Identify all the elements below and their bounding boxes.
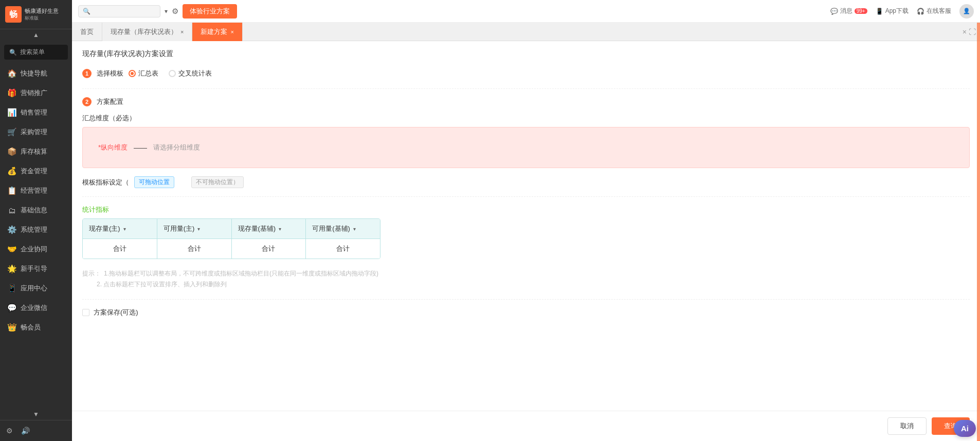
sidebar-item-finance[interactable]: 💰 资金管理 xyxy=(0,161,72,181)
tips-section: 提示： 1.拖动标题栏可以调整布局，不可跨维度或指标区域拖动栏目(只能在同一维度… xyxy=(82,269,970,289)
sidebar-item-guide[interactable]: 🌟 新手引导 xyxy=(0,259,72,279)
stats-col-1[interactable]: 可用量(主) ▾ xyxy=(157,219,232,238)
divider3 xyxy=(82,299,970,300)
col1-chevron-icon[interactable]: ▾ xyxy=(197,226,200,232)
divider1 xyxy=(82,88,970,89)
app-badge: 标准版 xyxy=(25,15,59,22)
sidebar-item-label: 营销推广 xyxy=(21,88,47,98)
stats-cell-3: 合计 xyxy=(306,239,380,259)
dimension-required-label: 汇总维度（必选） xyxy=(82,114,970,123)
tabs-bar: 首页 现存量（库存状况表） × 新建方案 × × ⛶ xyxy=(72,23,980,41)
sidebar-scroll-down[interactable]: ▼ xyxy=(0,409,72,420)
sidebar-item-system[interactable]: ⚙️ 系统管理 xyxy=(0,220,72,240)
section2-label: 方案配置 xyxy=(97,97,123,106)
topbar-search-box[interactable]: 🔍 xyxy=(78,5,160,17)
tab-inventory[interactable]: 现存量（库存状况表） × xyxy=(102,23,192,41)
purchase-icon: 🛒 xyxy=(7,127,16,137)
sidebar-item-inventory[interactable]: 📦 库存核算 xyxy=(0,142,72,161)
col3-chevron-icon[interactable]: ▾ xyxy=(353,226,356,232)
stats-col-0[interactable]: 现存量(主) ▾ xyxy=(83,219,157,238)
contract-icon: 🤝 xyxy=(7,245,16,254)
topbar-dropdown-icon[interactable]: ▾ xyxy=(165,8,168,15)
topbar-online-service[interactable]: 🎧 在线客服 xyxy=(917,7,951,15)
radio-summary[interactable]: 汇总表 xyxy=(129,69,158,78)
guide-icon: 🌟 xyxy=(7,264,16,273)
divider2 xyxy=(82,196,970,197)
quick-nav-icon: 🏠 xyxy=(7,69,16,78)
sidebar-scroll-up[interactable]: ▲ xyxy=(0,29,72,41)
stats-table-header: 现存量(主) ▾ 可用量(主) ▾ 现存量(基辅) ▾ 可用量(基辅) xyxy=(83,219,380,238)
topbar-message[interactable]: 💬 消息 99+ xyxy=(830,7,867,15)
phone-icon: 📱 xyxy=(876,8,883,15)
trial-button[interactable]: 体验行业方案 xyxy=(183,4,237,19)
sidebar-item-label: 企业协同 xyxy=(21,245,47,254)
tab-new-scheme-close[interactable]: × xyxy=(230,29,233,35)
sidebar-item-app-center[interactable]: 📱 应用中心 xyxy=(0,279,72,298)
save-option[interactable]: 方案保存(可选) xyxy=(82,308,970,317)
col2-chevron-icon[interactable]: ▾ xyxy=(279,226,281,232)
sidebar-item-quick-nav[interactable]: 🏠 快捷导航 xyxy=(0,64,72,83)
section-template: 1 选择模板 汇总表 交叉统计表 xyxy=(82,69,970,78)
tab-close-all-icon[interactable]: × xyxy=(963,28,967,36)
dimension-box[interactable]: *纵向维度 —— 请选择分组维度 xyxy=(82,127,970,168)
app-logo-icon: 畅 xyxy=(5,6,22,23)
ai-badge[interactable]: Ai xyxy=(954,420,976,437)
save-checkbox[interactable] xyxy=(82,309,89,316)
radio-summary-circle xyxy=(129,70,136,77)
section1-header: 1 选择模板 汇总表 交叉统计表 xyxy=(82,69,970,78)
sidebar-item-label: 基础信息 xyxy=(21,206,47,215)
sidebar-menu: 🔍 搜索菜单 🏠 快捷导航 🎁 营销推广 📊 销售管理 🛒 采购管理 📦 库存核… xyxy=(0,41,72,409)
tab-expand-icon[interactable]: ⛶ xyxy=(969,28,976,36)
sidebar-item-wechat[interactable]: 💬 企业微信 xyxy=(0,298,72,318)
sidebar-bottom: ⚙ 🔊 xyxy=(0,420,72,441)
topbar: 🔍 ▾ ⚙ 体验行业方案 💬 消息 99+ 📱 App下载 🎧 在线客服 👤 xyxy=(72,0,980,23)
sidebar-item-label: 库存核算 xyxy=(21,147,47,156)
marketing-icon: 🎁 xyxy=(7,88,16,98)
settings-icon[interactable]: ⚙ xyxy=(4,425,15,437)
search-icon: 🔍 xyxy=(9,49,17,56)
message-badge: 99+ xyxy=(855,8,867,14)
topbar-gear-icon[interactable]: ⚙ xyxy=(172,7,178,16)
radio-crosstab[interactable]: 交叉统计表 xyxy=(169,69,212,78)
app-name: 畅康通好生意 xyxy=(25,7,59,14)
topbar-search-icon: 🔍 xyxy=(83,8,90,15)
system-icon: ⚙️ xyxy=(7,225,16,234)
topbar-app-download[interactable]: 📱 App下载 xyxy=(876,7,909,15)
sidebar-item-label: 系统管理 xyxy=(21,225,47,234)
tab-new-scheme[interactable]: 新建方案 × xyxy=(192,23,242,41)
sidebar-item-basic[interactable]: 🗂 基础信息 xyxy=(0,200,72,220)
cancel-button[interactable]: 取消 xyxy=(887,417,927,435)
sidebar-item-member[interactable]: 👑 畅会员 xyxy=(0,318,72,337)
topbar-search-input[interactable] xyxy=(93,8,156,15)
main-panel: 🔍 ▾ ⚙ 体验行业方案 💬 消息 99+ 📱 App下载 🎧 在线客服 👤 xyxy=(72,0,980,441)
section-config: 2 方案配置 汇总维度（必选） *纵向维度 —— 请选择分组维度 模板指标设定（ xyxy=(82,97,970,317)
content-area: 现存量(库存状况表)方案设置 1 选择模板 汇总表 交叉统计表 xyxy=(72,41,980,411)
sidebar-search[interactable]: 🔍 搜索菜单 xyxy=(4,45,68,60)
sidebar-item-contract[interactable]: 🤝 企业协同 xyxy=(0,240,72,259)
stats-col-2[interactable]: 现存量(基辅) ▾ xyxy=(232,219,306,238)
sidebar-item-label: 资金管理 xyxy=(21,167,47,176)
sidebar-item-marketing[interactable]: 🎁 营销推广 xyxy=(0,83,72,103)
sidebar-item-sales[interactable]: 📊 销售管理 xyxy=(0,103,72,122)
sidebar-item-purchase[interactable]: 🛒 采购管理 xyxy=(0,122,72,142)
sidebar-item-operation[interactable]: 📋 经营管理 xyxy=(0,181,72,200)
sales-icon: 📊 xyxy=(7,108,16,117)
sidebar: 畅 畅康通好生意 标准版 ▲ 🔍 搜索菜单 🏠 快捷导航 🎁 营销推广 📊 销售… xyxy=(0,0,72,441)
user-avatar[interactable]: 👤 xyxy=(959,4,974,19)
member-icon: 👑 xyxy=(7,323,16,332)
volume-icon[interactable]: 🔊 xyxy=(19,425,32,437)
app-center-icon: 📱 xyxy=(7,284,16,293)
indicator-setting-row: 模板指标设定（ 可拖动位置 不可拖动位置） xyxy=(82,176,970,188)
tab-inventory-close[interactable]: × xyxy=(180,29,184,35)
stats-col-3[interactable]: 可用量(基辅) ▾ xyxy=(306,219,380,238)
col0-chevron-icon[interactable]: ▾ xyxy=(123,226,126,232)
indicator-setting-label: 模板指标设定（ xyxy=(82,178,129,187)
sidebar-item-label: 新手引导 xyxy=(21,264,47,273)
sidebar-item-label: 经营管理 xyxy=(21,186,47,195)
right-scroll-indicator xyxy=(977,23,980,441)
dimension-placeholder: 请选择分组维度 xyxy=(153,143,200,152)
tab-home[interactable]: 首页 xyxy=(72,23,102,41)
page-title: 现存量(库存状况表)方案设置 xyxy=(82,49,970,59)
finance-icon: 💰 xyxy=(7,167,16,176)
dimension-vertical-label: *纵向维度 xyxy=(98,143,128,152)
